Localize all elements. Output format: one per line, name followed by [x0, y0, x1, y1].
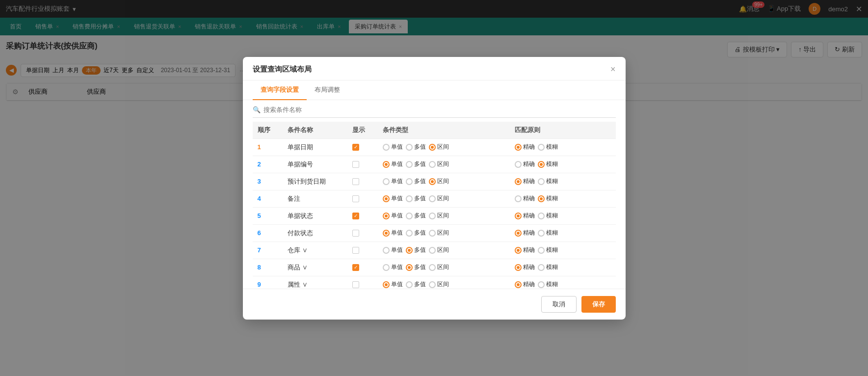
save-button[interactable]: 保存 — [581, 296, 616, 313]
radio-single[interactable]: 单值 — [383, 212, 403, 220]
radio-fuzzy[interactable]: 模糊 — [538, 177, 558, 186]
radio-range-circle — [429, 213, 436, 219]
radio-range[interactable]: 区间 — [429, 246, 449, 254]
radio-exact[interactable]: 精确 — [515, 212, 535, 220]
radio-multi-circle — [406, 178, 413, 185]
radio-exact[interactable]: 精确 — [515, 143, 535, 151]
modal-body: 🔍 顺序 条件名称 显示 条件类型 匹配原则 — [243, 100, 626, 289]
radio-range[interactable]: 区间 — [429, 194, 449, 203]
radio-exact[interactable]: 精确 — [515, 177, 535, 186]
radio-single[interactable]: 单值 — [383, 194, 403, 203]
radio-multi-circle — [406, 213, 413, 219]
radio-multi-circle — [406, 144, 413, 151]
radio-exact-circle — [515, 230, 522, 237]
cell-match-rule: 精确 模糊 — [510, 138, 615, 156]
radio-range[interactable]: 区间 — [429, 229, 449, 237]
table-row: 1单据日期✓ 单值 多值 区间 精确 模糊 — [253, 138, 616, 156]
radio-fuzzy-circle — [538, 247, 545, 254]
radio-fuzzy[interactable]: 模糊 — [538, 246, 558, 254]
radio-fuzzy[interactable]: 模糊 — [538, 194, 558, 203]
radio-single-circle — [383, 144, 390, 151]
radio-fuzzy[interactable]: 模糊 — [538, 160, 558, 168]
radio-exact[interactable]: 精确 — [515, 246, 535, 254]
radio-exact[interactable]: 精确 — [515, 194, 535, 203]
radio-range[interactable]: 区间 — [429, 160, 449, 168]
radio-multi-circle — [406, 247, 413, 254]
radio-single-circle — [383, 195, 390, 202]
radio-multi[interactable]: 多值 — [406, 229, 426, 237]
cell-order: 9 — [253, 276, 283, 289]
radio-range[interactable]: 区间 — [429, 263, 449, 271]
cancel-button[interactable]: 取消 — [541, 296, 577, 313]
display-checkbox[interactable] — [352, 247, 359, 254]
radio-single[interactable]: 单值 — [383, 160, 403, 168]
radio-multi[interactable]: 多值 — [406, 143, 426, 151]
modal-footer: 取消 保存 — [243, 289, 626, 320]
modal-tabs: 查询字段设置 布局调整 — [243, 81, 626, 100]
cond-type-group: 单值 多值 区间 — [383, 280, 505, 289]
radio-fuzzy[interactable]: 模糊 — [538, 143, 558, 151]
radio-multi-circle — [406, 161, 413, 168]
radio-single[interactable]: 单值 — [383, 177, 403, 186]
table-row: 2单据编号 单值 多值 区间 精确 模糊 — [253, 156, 616, 173]
radio-range[interactable]: 区间 — [429, 280, 449, 289]
display-checkbox[interactable] — [352, 281, 359, 288]
radio-multi[interactable]: 多值 — [406, 194, 426, 203]
tab-layout[interactable]: 布局调整 — [307, 81, 348, 100]
modal-header: 设置查询区域布局 × — [243, 57, 626, 81]
radio-multi[interactable]: 多值 — [406, 177, 426, 186]
radio-fuzzy-circle — [538, 230, 545, 237]
radio-range[interactable]: 区间 — [429, 143, 449, 151]
radio-multi[interactable]: 多值 — [406, 160, 426, 168]
radio-exact[interactable]: 精确 — [515, 160, 535, 168]
radio-multi-circle — [406, 281, 413, 288]
cell-match-rule: 精确 模糊 — [510, 207, 615, 224]
table-row: 4备注 单值 多值 区间 精确 模糊 — [253, 190, 616, 207]
radio-single[interactable]: 单值 — [383, 143, 403, 151]
display-checkbox[interactable]: ✓ — [352, 144, 359, 151]
radio-multi[interactable]: 多值 — [406, 280, 426, 289]
search-input[interactable] — [263, 106, 616, 113]
radio-exact-circle — [515, 264, 522, 271]
radio-single[interactable]: 单值 — [383, 246, 403, 254]
modal-close-button[interactable]: × — [610, 65, 616, 74]
display-checkbox[interactable] — [352, 178, 359, 185]
th-cond-name: 条件名称 — [283, 122, 347, 139]
radio-fuzzy[interactable]: 模糊 — [538, 263, 558, 271]
radio-multi-circle — [406, 230, 413, 237]
tab-query-fields[interactable]: 查询字段设置 — [253, 81, 307, 100]
match-rule-group: 精确 模糊 — [515, 212, 610, 220]
cell-match-rule: 精确 模糊 — [510, 242, 615, 259]
display-checkbox[interactable] — [352, 195, 359, 202]
radio-multi[interactable]: 多值 — [406, 246, 426, 254]
radio-single[interactable]: 单值 — [383, 229, 403, 237]
cell-display: ✓ — [347, 138, 378, 156]
radio-range[interactable]: 区间 — [429, 177, 449, 186]
radio-exact-circle — [515, 144, 522, 151]
cell-name: 单据日期 — [283, 138, 347, 156]
cell-order: 4 — [253, 190, 283, 207]
radio-exact[interactable]: 精确 — [515, 229, 535, 237]
cell-match-rule: 精确 模糊 — [510, 259, 615, 276]
display-checkbox[interactable]: ✓ — [352, 264, 359, 271]
radio-range-circle — [429, 161, 436, 168]
radio-fuzzy[interactable]: 模糊 — [538, 212, 558, 220]
display-checkbox[interactable] — [352, 161, 359, 168]
radio-exact[interactable]: 精确 — [515, 280, 535, 289]
table-row: 6付款状态 单值 多值 区间 精确 模糊 — [253, 224, 616, 242]
radio-fuzzy[interactable]: 模糊 — [538, 280, 558, 289]
display-checkbox[interactable]: ✓ — [352, 213, 359, 219]
radio-fuzzy[interactable]: 模糊 — [538, 229, 558, 237]
display-checkbox[interactable] — [352, 230, 359, 237]
cell-display — [347, 224, 378, 242]
cond-type-group: 单值 多值 区间 — [383, 212, 505, 220]
settings-modal: 设置查询区域布局 × 查询字段设置 布局调整 🔍 — [243, 57, 626, 320]
radio-multi[interactable]: 多值 — [406, 263, 426, 271]
radio-multi[interactable]: 多值 — [406, 212, 426, 220]
table-row: 5单据状态✓ 单值 多值 区间 精确 模糊 — [253, 207, 616, 224]
radio-range[interactable]: 区间 — [429, 212, 449, 220]
radio-exact[interactable]: 精确 — [515, 263, 535, 271]
radio-range-circle — [429, 281, 436, 288]
radio-single[interactable]: 单值 — [383, 263, 403, 271]
radio-single[interactable]: 单值 — [383, 280, 403, 289]
